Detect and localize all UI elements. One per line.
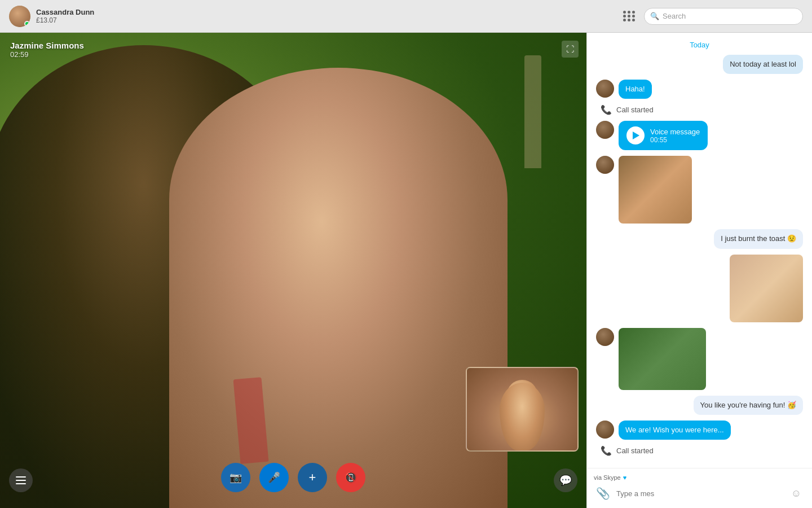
contact-avatar-wish [596,421,614,439]
self-video-preview [466,367,579,452]
search-bar[interactable]: 🔍 Search [644,8,803,25]
voice-message-row: Voice message 00:55 [596,121,803,150]
message-bubble-1: Not today at least lol [723,55,803,74]
emoji-button[interactable]: ☺ [787,484,805,502]
call-name-overlay: Jazmine Simmons 02:59 [10,41,84,59]
grid-menu-button[interactable] [619,6,639,27]
voice-message-bubble[interactable]: Voice message 00:55 [619,121,708,150]
image-message-right [596,255,803,322]
play-voice-button[interactable] [626,126,645,144]
message-1: Not today at least lol [596,55,803,74]
message-bubble-burnt: I just burnt the toast 😟 [714,229,803,248]
emoji-icon: ☺ [791,488,801,500]
message-fun: You like you're having fun! 🥳 [596,396,803,415]
message-bubble-fun: You like you're having fun! 🥳 [694,396,804,415]
phone-icon-1: 📞 [601,104,612,115]
phone-icon-2: 📞 [601,445,612,456]
mic-icon: 🎤 [268,471,280,484]
attach-button[interactable]: 📎 [594,484,612,502]
message-2: Haha! [596,80,803,99]
voice-info: Voice message 00:55 [650,128,700,144]
chat-day-label: Today [587,33,812,55]
chat-image-3[interactable] [619,328,706,390]
chat-messages[interactable]: Not today at least lol Haha! 📞 Call star… [587,55,812,468]
attach-icon: 📎 [596,487,610,500]
main-content: Jazmine Simmons 02:59 ⛶ 📷 🎤 [0,33,812,508]
chat-image-2[interactable] [730,255,803,322]
person-silhouette-2 [169,68,508,508]
search-input[interactable]: Search [663,12,797,20]
skype-heart-icon: ♥ [623,474,627,481]
online-status-dot [24,21,30,27]
contact-avatar-img1 [596,156,614,174]
add-person-button[interactable]: + [298,463,327,492]
contact-avatar-img3 [596,328,614,346]
expand-icon: ⛶ [566,45,574,54]
call-started-2: 📞 Call started [596,445,803,456]
image-message-group [596,328,803,390]
contact-avatar-voice [596,121,614,139]
user-name: Cassandra Dunn [36,8,94,16]
self-body [500,383,545,450]
play-triangle-icon [633,132,639,139]
call-duration: 02:59 [10,50,84,59]
bottle-decoration [524,55,541,168]
message-burnt: I just burnt the toast 😟 [596,229,803,248]
user-avatar [9,6,30,27]
search-icon: 🔍 [650,12,659,20]
add-icon: + [309,470,316,485]
call-contact-name: Jazmine Simmons [10,41,84,50]
grid-icon [623,11,636,21]
user-info: Cassandra Dunn £13.07 [36,8,94,24]
message-wish: We are! Wish you were here... [596,421,803,440]
via-skype-label: via Skype ♥ [594,474,805,481]
end-call-icon: 📵 [345,471,357,484]
expand-button[interactable]: ⛶ [562,41,579,58]
image-message-1 [596,156,803,224]
chat-text-input[interactable] [616,489,783,498]
end-call-button[interactable]: 📵 [336,463,365,492]
microphone-button[interactable]: 🎤 [259,463,289,492]
chat-panel-toggle[interactable]: 💬 [554,468,577,492]
top-bar: Cassandra Dunn £13.07 🔍 Search [0,0,812,33]
user-balance: £13.07 [36,16,94,24]
chat-panel: Today Not today at least lol Haha! 📞 Cal… [586,33,812,508]
chat-input-area: via Skype ♥ 📎 ☺ [587,468,812,508]
message-bubble-2: Haha! [619,80,652,99]
call-started-1: 📞 Call started [596,104,803,115]
video-area: Jazmine Simmons 02:59 ⛶ 📷 🎤 [0,33,586,508]
chat-input-row: 📎 ☺ [594,484,805,502]
message-bubble-wish: We are! Wish you were here... [619,421,731,440]
contact-avatar-1 [596,80,614,98]
self-video-overlay [467,368,577,450]
camera-button[interactable]: 📷 [221,463,250,492]
chat-image-1[interactable] [619,156,692,224]
camera-icon: 📷 [230,471,242,484]
chat-icon: 💬 [559,474,572,487]
call-controls: 📷 🎤 + 📵 [0,463,586,492]
